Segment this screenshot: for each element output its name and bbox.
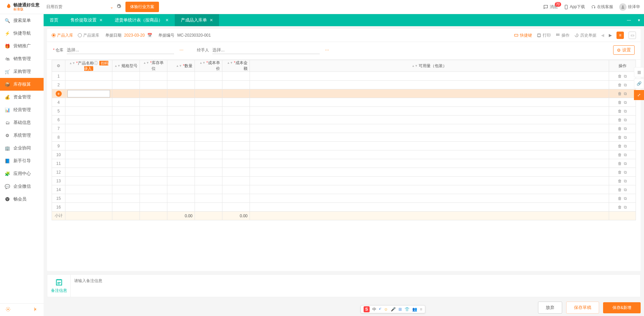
col-amount[interactable]: ▲▼*成本金额 <box>222 60 250 72</box>
table-row[interactable]: 2🗑⧉ <box>52 81 636 89</box>
col-spec[interactable]: ▲▼规格型号 <box>112 60 140 72</box>
doc-date[interactable]: 2023-03-20 <box>124 33 145 38</box>
delete-icon[interactable]: 🗑 <box>618 196 622 201</box>
copy-icon[interactable]: ⧉ <box>624 109 627 114</box>
sidebar-item-8[interactable]: 🗂基础信息 <box>0 116 44 129</box>
table-row[interactable]: 11🗑⧉ <box>52 159 636 168</box>
col-settings[interactable]: ⚙ <box>52 60 65 72</box>
save-new-button[interactable]: 保存&新增 <box>603 302 641 313</box>
domain-select[interactable]: 日用百货 ⌄ <box>46 4 113 10</box>
copy-icon[interactable]: ⧉ <box>624 83 627 87</box>
table-row[interactable]: 7🗑⧉ <box>52 124 636 133</box>
shortcut-button[interactable]: 快捷键 <box>514 33 532 38</box>
table-row[interactable]: 14🗑⧉ <box>52 185 636 194</box>
history-button[interactable]: 历史单据 <box>574 33 596 38</box>
col-unit[interactable]: ▲▼*库存单位 <box>140 60 167 72</box>
radio-product-out[interactable]: 产品退库 <box>78 33 99 38</box>
tab-1[interactable]: 售价提取设置✕ <box>64 14 109 26</box>
table-row[interactable]: 15🗑⧉ <box>52 194 636 203</box>
table-row[interactable]: 4🗑⧉ <box>52 98 636 107</box>
delete-icon[interactable]: 🗑 <box>618 109 622 114</box>
radio-product-in[interactable]: 产品入库 <box>52 33 73 38</box>
delete-icon[interactable]: 🗑 <box>618 126 622 131</box>
collapse-icon[interactable] <box>33 307 38 313</box>
table-row[interactable]: 8🗑⧉ <box>52 133 636 142</box>
sidebar-item-10[interactable]: 🏢企业协同 <box>0 142 44 154</box>
user-menu[interactable]: 徐泽华 <box>619 3 640 11</box>
rail-btn-3[interactable]: ⤢ <box>634 90 644 100</box>
delete-icon[interactable]: 🗑 <box>618 118 622 122</box>
col-price[interactable]: ▲▼*成本单价 <box>195 60 222 72</box>
sidebar-item-12[interactable]: 🧩应用中心 <box>0 167 44 180</box>
delete-icon[interactable]: 🗑 <box>618 205 622 210</box>
sidebar-item-1[interactable]: ⚡快捷导航 <box>0 27 44 40</box>
copy-icon[interactable]: ⧉ <box>624 144 627 148</box>
copy-icon[interactable]: ⧉ <box>624 161 627 166</box>
table-row[interactable]: 10🗑⧉ <box>52 150 636 159</box>
sidebar-item-13[interactable]: 💬企业微信 <box>0 180 44 193</box>
delete-icon[interactable]: 🗑 <box>618 83 622 87</box>
handler-input[interactable] <box>212 46 320 54</box>
table-row[interactable]: 13🗑⧉ <box>52 177 636 185</box>
copy-icon[interactable]: ⧉ <box>624 135 627 140</box>
sidebar-item-14[interactable]: 🅥畅会员 <box>0 193 44 206</box>
messages-button[interactable]: 消息 70 <box>543 4 558 10</box>
close-icon[interactable]: ✕ <box>210 18 213 22</box>
tab-minimize-button[interactable]: — <box>624 14 634 26</box>
delete-icon[interactable]: 🗑 <box>618 152 622 157</box>
delete-icon[interactable]: 🗑 <box>618 91 622 96</box>
gear-icon[interactable] <box>116 4 121 10</box>
handler-lookup-icon[interactable]: ⋯ <box>325 48 329 52</box>
delete-icon[interactable]: 🗑 <box>618 179 622 183</box>
table-row[interactable]: 9🗑⧉ <box>52 142 636 150</box>
tab-0[interactable]: 首页 <box>44 14 64 26</box>
product-cell-input[interactable] <box>67 90 110 97</box>
ops-button[interactable]: 操作 <box>555 33 570 38</box>
copy-icon[interactable]: ⧉ <box>624 91 627 96</box>
save-draft-button[interactable]: 保存草稿 <box>566 302 599 314</box>
prev-icon[interactable]: ◀ <box>601 33 604 38</box>
calendar-icon[interactable]: 📅 <box>147 33 152 38</box>
delete-icon[interactable]: 🗑 <box>618 170 622 175</box>
sidebar-item-7[interactable]: 📊经营管理 <box>0 103 44 116</box>
next-icon[interactable]: ▶ <box>609 33 612 38</box>
table-row[interactable]: 16🗑⧉ <box>52 203 636 212</box>
sidebar-item-3[interactable]: 🛍销售管理 <box>0 52 44 65</box>
table-row[interactable]: 6🗑⧉ <box>52 116 636 124</box>
settings-button[interactable]: ⚙设置 <box>613 45 635 55</box>
delete-icon[interactable]: 🗑 <box>618 144 622 148</box>
sidebar-item-11[interactable]: 📘新手引导 <box>0 154 44 167</box>
rail-btn-2[interactable]: 🔗 <box>634 79 644 89</box>
delete-icon[interactable]: 🗑 <box>618 187 622 192</box>
warehouse-input[interactable] <box>67 46 174 54</box>
close-icon[interactable]: ✕ <box>99 18 103 22</box>
copy-icon[interactable]: ⧉ <box>624 170 627 175</box>
delete-icon[interactable]: 🗑 <box>618 161 622 166</box>
view-list-button[interactable]: ≡ <box>616 32 624 39</box>
copy-icon[interactable]: ⧉ <box>624 187 627 192</box>
delete-icon[interactable]: 🗑 <box>618 135 622 140</box>
support-button[interactable]: 在线客服 <box>591 4 613 10</box>
sogou-icon[interactable]: S <box>364 306 370 312</box>
copy-icon[interactable]: ⧉ <box>624 179 627 183</box>
add-row-icon[interactable]: + <box>56 91 62 97</box>
delete-icon[interactable]: 🗑 <box>618 74 622 79</box>
sidebar-item-6[interactable]: 💰资金管理 <box>0 91 44 103</box>
table-row[interactable]: 5🗑⧉ <box>52 107 636 116</box>
tab-menu-button[interactable]: ▾ <box>634 14 644 26</box>
tab-3[interactable]: 产成品入库单✕ <box>175 14 219 26</box>
copy-icon[interactable]: ⧉ <box>624 100 627 105</box>
table-row[interactable]: 1🗑⧉ <box>52 72 636 81</box>
col-qty[interactable]: ▲▼*数量 <box>167 60 195 72</box>
delete-icon[interactable]: 🗑 <box>618 100 622 105</box>
discard-button[interactable]: 放弃 <box>538 302 562 314</box>
print-button[interactable]: 打印 <box>537 33 551 38</box>
sidebar-item-0[interactable]: 🔍搜索菜单 <box>0 14 44 27</box>
col-product[interactable]: ▲▼*产品名称ⓘ扫码录入 <box>65 60 112 72</box>
close-icon[interactable]: ✕ <box>165 18 169 22</box>
app-download-button[interactable]: App下载 <box>564 4 585 10</box>
copy-icon[interactable]: ⧉ <box>624 126 627 131</box>
view-card-button[interactable]: ▭ <box>629 32 636 39</box>
table-row[interactable]: 12🗑⧉ <box>52 168 636 177</box>
copy-icon[interactable]: ⧉ <box>624 152 627 157</box>
